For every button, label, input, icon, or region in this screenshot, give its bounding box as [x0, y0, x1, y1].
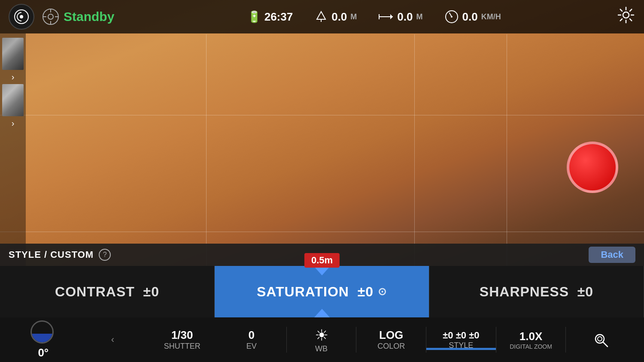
altitude-icon [314, 10, 328, 24]
ev-label: EV [246, 342, 257, 351]
chevron-left-item[interactable]: ‹ [78, 334, 148, 345]
expand-chevron-2[interactable]: › [12, 118, 15, 128]
wb-icon: ☀ [315, 326, 328, 344]
horiz-distance-value: 0.0 [397, 10, 413, 24]
svg-point-14 [451, 16, 453, 18]
svg-point-15 [623, 12, 629, 18]
grid-line-v3 [507, 34, 507, 266]
horiz-distance-unit: M [416, 12, 423, 21]
angle-control[interactable]: 0° [9, 320, 78, 359]
battery-status: 🔋 26:37 [247, 10, 293, 24]
distance-status: 0.0 M [378, 10, 422, 24]
angle-dial-container [30, 320, 56, 346]
wb-label: WB [315, 344, 328, 353]
record-button[interactable] [567, 142, 618, 193]
svg-point-7 [48, 14, 53, 19]
speed-status: 0.0 KM/H [444, 9, 501, 24]
color-label: COLOR [377, 342, 405, 351]
mode-indicator: Standby [41, 7, 114, 26]
zoom-control[interactable]: 1.0X DIGITAL ZOOM [496, 330, 566, 350]
camera-search-icon [591, 330, 610, 349]
style-control[interactable]: ±0 ±0 ±0 STYLE [426, 330, 496, 350]
ev-control[interactable]: 0 EV [217, 329, 286, 351]
svg-marker-8 [317, 12, 325, 19]
grid-line-h2 [0, 232, 644, 232]
style-active-bar [426, 348, 496, 350]
back-button[interactable]: Back [589, 247, 635, 263]
distance-indicator: 0.5m [304, 253, 340, 275]
sharpness-panel[interactable]: SHARPNESS ±0 [429, 266, 644, 317]
angle-dial [30, 320, 54, 344]
status-bar: 🔋 26:37 0.0 M 0.0 M [131, 9, 617, 24]
style-values: ±0 ±0 ±0 [443, 330, 479, 341]
svg-point-16 [595, 335, 604, 343]
grid-line-v1 [206, 34, 207, 266]
expand-chevron-1[interactable]: › [12, 72, 15, 82]
shutter-label: SHUTTER [164, 342, 200, 351]
svg-point-18 [598, 337, 602, 341]
viewfinder [0, 0, 644, 266]
svg-line-17 [603, 342, 608, 347]
side-panel: › › [0, 33, 26, 266]
saturation-options-icon: ⊙ [378, 286, 387, 298]
grid-line-v2 [414, 34, 415, 266]
standby-label: Standby [64, 9, 114, 24]
saturation-arrow [314, 309, 330, 317]
battery-icon: 🔋 [247, 10, 261, 24]
angle-fill [32, 334, 52, 342]
speed-value: 0.0 [462, 10, 478, 24]
app-logo[interactable] [9, 4, 34, 30]
shutter-control[interactable]: 1/30 SHUTTER [147, 329, 217, 351]
battery-time: 26:37 [264, 10, 293, 24]
saturation-label: SATURATION ±0 [257, 284, 374, 300]
zoom-value: 1.0X [519, 330, 543, 343]
altitude-unit: M [350, 12, 357, 21]
camera-search-button[interactable] [566, 330, 635, 349]
help-button[interactable]: ? [99, 249, 111, 261]
color-control[interactable]: LOG COLOR [356, 329, 426, 351]
thumbnail-1[interactable] [2, 38, 24, 70]
distance-icon [378, 11, 394, 23]
speed-icon [444, 9, 459, 24]
distance-badge: 0.5m [304, 253, 340, 268]
svg-marker-11 [390, 14, 393, 19]
shutter-value: 1/30 [171, 329, 193, 342]
thumbnail-2[interactable] [2, 84, 24, 116]
left-chevron-icon: ‹ [111, 334, 114, 345]
distance-arrow [315, 268, 329, 275]
angle-value: 0° [38, 346, 49, 359]
contrast-label: CONTRAST ±0 [55, 284, 159, 300]
altitude-value: 0.0 [331, 10, 347, 24]
wb-control[interactable]: ☀ WB [287, 326, 356, 353]
zoom-label: DIGITAL ZOOM [510, 343, 552, 350]
bottom-toolbar: 0° ‹ 1/30 SHUTTER 0 EV ☀ WB LOG COLOR ±0… [0, 317, 644, 362]
svg-point-1 [20, 15, 23, 18]
speed-unit: KM/H [481, 12, 501, 21]
style-label: STYLE / CUSTOM [9, 249, 94, 260]
settings-button[interactable] [617, 6, 635, 28]
sharpness-label: SHARPNESS ±0 [480, 284, 593, 300]
contrast-panel[interactable]: CONTRAST ±0 [0, 266, 215, 317]
mode-icon [41, 7, 60, 26]
altitude-status: 0.0 M [314, 10, 357, 24]
log-value: LOG [379, 329, 403, 342]
ev-value: 0 [249, 329, 255, 342]
header: Standby 🔋 26:37 0.0 M 0.0 M [0, 0, 644, 33]
grid-line-h1 [0, 115, 644, 115]
